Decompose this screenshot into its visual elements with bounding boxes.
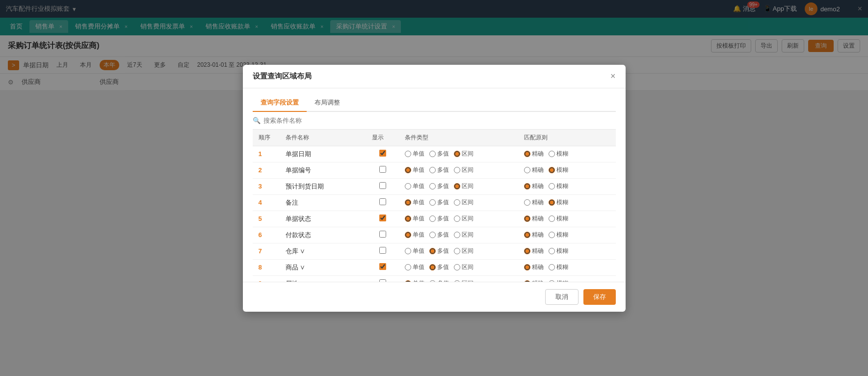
modal-close-button[interactable]: × [610,72,616,81]
modal-title: 设置查询区域布局 [253,72,312,81]
modal-body: 查询字段设置 布局调整 🔍 顺序 条件名称 显示 条件类型 [243,88,626,91]
modal-overlay: 设置查询区域布局 × 查询字段设置 布局调整 🔍 顺序 [0,0,868,91]
settings-modal: 设置查询区域布局 × 查询字段设置 布局调整 🔍 顺序 [243,65,626,91]
modal-header: 设置查询区域布局 × [243,65,626,88]
